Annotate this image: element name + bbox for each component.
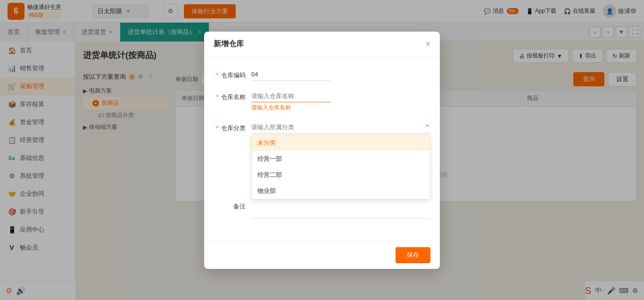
category-option-property[interactable]: 物业部 [252, 183, 430, 199]
remark-input[interactable] [251, 200, 430, 219]
dialog-title: 新增仓库 [214, 39, 244, 49]
name-label: * 仓库名称 [214, 90, 251, 101]
required-star-code: * [216, 72, 218, 79]
category-label: * 仓库分类 [214, 121, 251, 133]
dialog-body: * 仓库编码 * 仓库名称 请输入仓库名称 [204, 57, 440, 241]
category-option-uncategorized[interactable]: 未分类 [252, 135, 430, 151]
category-option-dept1[interactable]: 经营一部 [252, 151, 430, 167]
dialog-footer: 保存 [204, 241, 440, 269]
required-star-name: * [216, 93, 218, 100]
remark-label: 备注 [214, 200, 251, 211]
name-field-wrap: 请输入仓库名称 [251, 90, 430, 112]
code-field-wrap [251, 68, 430, 81]
form-row-remark: 备注 [214, 200, 430, 220]
name-error-message: 请输入仓库名称 [251, 104, 430, 112]
category-input[interactable] [251, 121, 430, 133]
form-row-category: * 仓库分类 ⌃ 未分类 经营一部 经营二部 物业部 [214, 121, 430, 133]
dialog-overlay: 新增仓库 × * 仓库编码 * 仓库名称 [0, 0, 644, 300]
dialog-close-button[interactable]: × [425, 39, 430, 49]
code-label: * 仓库编码 [214, 68, 251, 80]
remark-field-wrap [251, 200, 430, 220]
form-row-code: * 仓库编码 [214, 68, 430, 81]
category-dropdown-arrow[interactable]: ⌃ [424, 123, 430, 132]
category-option-dept2[interactable]: 经营二部 [252, 167, 430, 183]
name-input[interactable] [251, 90, 330, 102]
category-dropdown-wrap: ⌃ 未分类 经营一部 经营二部 物业部 [251, 121, 430, 133]
form-row-name: * 仓库名称 请输入仓库名称 [214, 90, 430, 112]
dialog-header: 新增仓库 × [204, 32, 440, 57]
category-dropdown-list: 未分类 经营一部 经营二部 物业部 [251, 134, 430, 200]
required-star-category: * [216, 125, 218, 132]
code-input[interactable] [251, 68, 330, 81]
add-warehouse-dialog: 新增仓库 × * 仓库编码 * 仓库名称 [204, 32, 440, 269]
save-button[interactable]: 保存 [396, 247, 430, 263]
